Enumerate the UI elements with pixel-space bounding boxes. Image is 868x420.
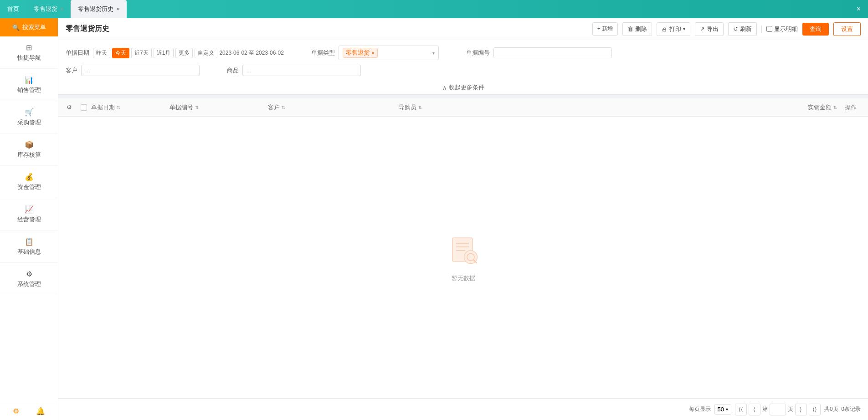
tab-home[interactable]: 首页 bbox=[0, 0, 26, 18]
page-first-btn[interactable]: ⟨⟨ bbox=[735, 404, 747, 415]
sidebar-item-sales-mgmt-label: 销售管理 bbox=[17, 86, 41, 94]
page-size-select[interactable]: 50 ▾ bbox=[714, 404, 731, 415]
sidebar-item-inventory[interactable]: 📦 库存核算 bbox=[0, 133, 58, 166]
display-detail-checkbox-area[interactable]: 显示明细 bbox=[766, 25, 798, 33]
customer-placeholder: ... bbox=[85, 67, 90, 74]
sidebar-item-basic-info-label: 基础信息 bbox=[17, 248, 41, 256]
tab-retail-return-history[interactable]: 零售退货历史 × bbox=[71, 0, 127, 18]
header-checkbox[interactable] bbox=[81, 104, 87, 111]
display-detail-checkbox[interactable] bbox=[766, 26, 772, 32]
print-button[interactable]: 🖨 打印 ▾ bbox=[657, 22, 690, 36]
th-customer-sort-icon[interactable]: ⇅ bbox=[282, 105, 285, 110]
export-button[interactable]: ↗ 导出 bbox=[695, 22, 724, 36]
th-guide-label: 导购员 bbox=[399, 103, 416, 112]
table-area: ⚙ 单据日期 ⇅ 单据编号 ⇅ 客户 ⇅ 导购员 bbox=[58, 98, 868, 398]
sidebar-search[interactable]: 🔍 搜索菜单 bbox=[0, 18, 58, 36]
bill-no-input[interactable] bbox=[493, 47, 612, 58]
sidebar-item-system-mgmt[interactable]: ⚙ 系统管理 bbox=[0, 263, 58, 295]
refresh-button[interactable]: ↺ 刷新 bbox=[728, 22, 757, 36]
sidebar-settings-icon[interactable]: ⚙ bbox=[13, 407, 19, 415]
system-mgmt-icon: ⚙ bbox=[25, 269, 34, 278]
export-label: 导出 bbox=[707, 25, 719, 33]
print-dropdown-icon: ▾ bbox=[683, 26, 685, 31]
tab-retail-return-label: 零售退货 bbox=[34, 5, 57, 13]
th-no-sort-icon[interactable]: ⇅ bbox=[195, 105, 199, 110]
new-button[interactable]: + 新增 bbox=[592, 22, 618, 36]
column-settings-icon[interactable]: ⚙ bbox=[67, 104, 72, 111]
page-current-input[interactable]: 1 bbox=[770, 404, 786, 415]
page-size-value: 50 bbox=[718, 406, 724, 413]
page-current-label: 第 bbox=[762, 405, 768, 413]
total-info: 共0页, 0条记录 bbox=[824, 405, 861, 413]
th-date[interactable]: 单据日期 ⇅ bbox=[91, 103, 169, 112]
customer-filter-field: 客户 ... bbox=[66, 65, 200, 76]
bill-type-tag-value: 零售退货 × bbox=[343, 48, 378, 58]
date-last7-btn[interactable]: 近7天 bbox=[131, 48, 152, 58]
goods-select[interactable]: ... bbox=[242, 65, 361, 76]
date-last1m-btn[interactable]: 近1月 bbox=[154, 48, 174, 58]
export-icon: ↗ bbox=[700, 26, 705, 32]
page-size-arrow: ▾ bbox=[726, 407, 728, 412]
filter-area: 单据日期 昨天 今天 近7天 近1月 更多 自定义 2023-06-02 至 2… bbox=[58, 40, 868, 95]
sidebar-item-finance-label: 资金管理 bbox=[17, 183, 41, 191]
th-amount[interactable]: 实销金额 ⇅ bbox=[759, 103, 837, 112]
sidebar-notification-icon[interactable]: 🔔 bbox=[36, 407, 45, 415]
date-today-btn[interactable]: 今天 bbox=[112, 48, 129, 58]
th-customer[interactable]: 客户 ⇅ bbox=[268, 103, 399, 112]
sidebar-search-label: 搜索菜单 bbox=[22, 23, 46, 31]
page-prev-btn[interactable]: ⟨ bbox=[749, 404, 760, 415]
th-date-sort-icon[interactable]: ⇅ bbox=[117, 105, 120, 110]
search-icon: 🔍 bbox=[12, 24, 20, 31]
bill-type-tag-close[interactable]: × bbox=[371, 50, 375, 56]
bill-type-filter-field: 单据类型 零售退货 × ▾ bbox=[311, 46, 439, 60]
customer-select[interactable]: ... bbox=[81, 65, 200, 76]
page-next-btn[interactable]: ⟩ bbox=[795, 404, 807, 415]
sidebar-item-quick-nav[interactable]: ⊞ 快捷导航 bbox=[0, 36, 58, 69]
th-settings[interactable]: ⚙ bbox=[62, 104, 77, 111]
th-amount-sort-icon[interactable]: ⇅ bbox=[833, 105, 837, 110]
tab-retail-return-close[interactable]: × bbox=[60, 6, 63, 12]
sidebar-item-basic-info[interactable]: 📋 基础信息 bbox=[0, 230, 58, 263]
collapse-bar[interactable]: ∧ 收起更多条件 bbox=[66, 81, 861, 94]
date-more-btn[interactable]: 更多 bbox=[175, 48, 193, 58]
page-last-btn[interactable]: ⟩⟩ bbox=[809, 404, 821, 415]
delete-icon: 🗑 bbox=[627, 26, 633, 32]
date-filter-label: 单据日期 bbox=[66, 49, 89, 57]
sidebar-item-finance[interactable]: 💰 资金管理 bbox=[0, 166, 58, 198]
sidebar-item-purchase-mgmt[interactable]: 🛒 采购管理 bbox=[0, 101, 58, 133]
empty-state-text: 暂无数据 bbox=[452, 274, 475, 282]
delete-label: 删除 bbox=[635, 25, 647, 33]
bill-no-label: 单据编号 bbox=[466, 49, 490, 57]
th-op: 操作 bbox=[837, 103, 864, 112]
th-no[interactable]: 单据编号 ⇅ bbox=[169, 103, 267, 112]
filter-row-1: 单据日期 昨天 今天 近7天 近1月 更多 自定义 2023-06-02 至 2… bbox=[66, 46, 861, 60]
sidebar-item-operations-label: 经营管理 bbox=[17, 215, 41, 224]
sales-mgmt-icon: 📊 bbox=[25, 75, 34, 84]
setting-button[interactable]: 设置 bbox=[833, 22, 861, 36]
th-check bbox=[77, 104, 91, 111]
tab-retail-return-history-label: 零售退货历史 bbox=[78, 5, 113, 13]
sidebar-item-operations[interactable]: 📈 经营管理 bbox=[0, 198, 58, 230]
window-close-button[interactable]: × bbox=[849, 5, 868, 13]
date-shortcuts: 昨天 今天 近7天 近1月 更多 自定义 2023-06-02 至 2023-0… bbox=[93, 48, 284, 58]
th-guide-sort-icon[interactable]: ⇅ bbox=[418, 105, 422, 110]
date-custom-btn[interactable]: 自定义 bbox=[195, 48, 217, 58]
date-yesterday-btn[interactable]: 昨天 bbox=[93, 48, 110, 58]
content-area: 零售退货历史 + 新增 🗑 删除 🖨 打印 ▾ ↗ 导出 ↺ bbox=[58, 18, 868, 420]
sidebar-item-sales-mgmt[interactable]: 📊 销售管理 bbox=[0, 69, 58, 101]
collapse-label: 收起更多条件 bbox=[449, 83, 484, 92]
th-amount-label: 实销金额 bbox=[808, 103, 832, 112]
sidebar-item-inventory-label: 库存核算 bbox=[17, 151, 41, 159]
tab-retail-return-history-close[interactable]: × bbox=[116, 6, 119, 12]
pagination-bar: 每页显示 50 ▾ ⟨⟨ ⟨ 第 1 页 ⟩ ⟩⟩ 共0页, 0条记录 bbox=[58, 398, 868, 420]
th-guide[interactable]: 导购员 ⇅ bbox=[399, 103, 497, 112]
th-date-label: 单据日期 bbox=[91, 103, 115, 112]
query-button[interactable]: 查询 bbox=[802, 23, 829, 36]
top-bar: 首页 零售退货 × 零售退货历史 × × bbox=[0, 0, 868, 18]
delete-button[interactable]: 🗑 删除 bbox=[622, 22, 652, 36]
page-header: 零售退货历史 + 新增 🗑 删除 🖨 打印 ▾ ↗ 导出 ↺ bbox=[58, 18, 868, 40]
tab-retail-return[interactable]: 零售退货 × bbox=[26, 0, 71, 18]
table-header: ⚙ 单据日期 ⇅ 单据编号 ⇅ 客户 ⇅ 导购员 bbox=[58, 98, 868, 117]
bill-type-select[interactable]: 零售退货 × ▾ bbox=[339, 46, 439, 60]
bill-type-select-arrow: ▾ bbox=[432, 51, 435, 56]
